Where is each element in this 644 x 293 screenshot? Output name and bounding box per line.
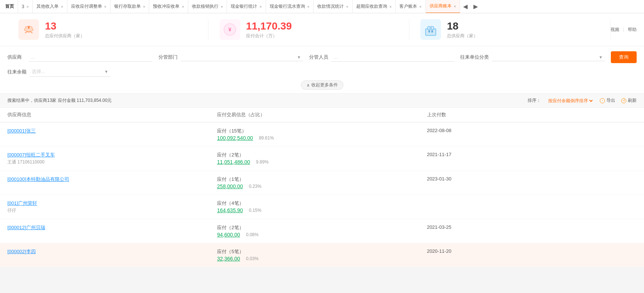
trans-amount-1[interactable]: 100,092,540.00 xyxy=(217,135,253,141)
help-link[interactable]: 帮助 xyxy=(628,27,637,33)
filter-item-person: 分管人员 xyxy=(309,53,454,62)
collapse-bar: ∧ 收起更多条件 xyxy=(7,80,637,90)
supplier-input[interactable] xyxy=(29,53,153,62)
summary-info-total-payable: 11,170.39 应付合计（万） xyxy=(246,20,292,39)
nav-tab-other-income[interactable]: 其他收入单 × xyxy=(33,0,67,13)
nav-tab-supplier-account-label: 供应商账本 xyxy=(430,3,452,9)
video-link[interactable]: 视频 xyxy=(610,27,619,33)
filter-row-2: 往来余额 选择... ▼ xyxy=(7,67,637,77)
supplier-link-6[interactable]: [000002]李四 xyxy=(7,248,217,255)
close-icon[interactable]: × xyxy=(104,4,106,9)
table-row: [000007]恒旺二手叉车 王通 17106110000 应付（2笔） 11,… xyxy=(0,146,644,171)
last-payment-cell-2: 2021-11-17 xyxy=(427,152,567,157)
supplier-link-1[interactable]: [000001]张三 xyxy=(7,128,217,134)
close-icon[interactable]: × xyxy=(346,4,348,9)
dept-dropdown[interactable]: ▼ xyxy=(181,54,304,61)
sort-select[interactable]: 按应付余额倒序排序 xyxy=(547,98,594,104)
summary-card-total-payable: ¥ 11,170.39 应付合计（万） xyxy=(209,19,410,40)
right-actions: 排序： 按应付余额倒序排序 ↑ 导出 ↺ 刷新 xyxy=(528,97,637,104)
trans-label-5: 应付（2笔） xyxy=(217,224,427,231)
nav-arrow-left[interactable]: ◀ xyxy=(460,3,470,10)
summary-info-total-suppliers: 18 总供应商（家） xyxy=(447,20,478,39)
table-row: [000100]本特勤油品有限公司 应付（1笔） 258,000.00 0.23… xyxy=(0,171,644,195)
nav-tab-cash-bank-flow-label: 现金银行流水查询 xyxy=(270,3,305,10)
trans-amount-5[interactable]: 94,600.00 xyxy=(217,232,240,238)
supplier-cell-3: [000100]本特勤油品有限公司 xyxy=(7,176,217,183)
supplier-link-2[interactable]: [000007]恒旺二手叉车 xyxy=(7,152,217,158)
person-label: 分管人员 xyxy=(309,54,328,61)
payable-suppliers-icon: ¥ xyxy=(18,19,39,40)
trans-percent-1: 89.61% xyxy=(259,135,274,141)
last-payment-cell-6: 2020-11-20 xyxy=(427,248,567,254)
close-icon[interactable]: × xyxy=(389,4,392,9)
close-icon[interactable]: × xyxy=(221,4,223,9)
transaction-cell-6: 应付（5笔） 32,366.00 0.03% xyxy=(217,248,427,262)
trans-amount-4[interactable]: 164,635.90 xyxy=(217,207,243,213)
supplier-sub-4: 仔仔 xyxy=(7,207,217,214)
main-table: 供应商信息 应付交易信息（占比） 上次付数 [000001]张三 应付（15笔）… xyxy=(0,108,644,267)
nav-tab-home-label: 首页 xyxy=(5,3,14,10)
category-dropdown[interactable]: ▼ xyxy=(492,54,605,61)
trans-percent-5: 0.08% xyxy=(246,232,259,237)
trans-label-4: 应付（4笔） xyxy=(217,200,427,207)
close-icon[interactable]: × xyxy=(307,4,309,9)
svg-rect-10 xyxy=(431,30,433,32)
nav-tab-ap-adjust[interactable]: 应收应付调整单 × xyxy=(67,0,111,13)
table-body: [000001]张三 应付（15笔） 100,092,540.00 89.61%… xyxy=(0,123,644,267)
trans-amount-2[interactable]: 11,051,486.00 xyxy=(217,159,250,165)
export-button[interactable]: ↑ 导出 xyxy=(600,97,615,104)
nav-tab-3-label: 3 xyxy=(22,4,24,9)
balance-dropdown[interactable]: 选择... ▼ xyxy=(29,67,111,77)
col-header-extra xyxy=(567,111,637,118)
nav-tab-ap-adjust-label: 应收应付调整单 xyxy=(71,3,102,10)
person-input[interactable] xyxy=(331,53,454,62)
nav-tab-home[interactable]: 首页 xyxy=(1,0,18,13)
nav-tab-overdue-query[interactable]: 超期应收款查询 × xyxy=(353,0,396,13)
nav-tab-payment-verify[interactable]: 收款核销执行 × xyxy=(188,0,227,13)
nav-tab-3[interactable]: 3 × xyxy=(18,0,33,13)
last-payment-date-2: 2021-11-17 xyxy=(427,152,452,157)
nav-tab-cash-bank-flow[interactable]: 现金银行流水查询 × xyxy=(266,0,314,13)
col-header-last-payment: 上次付数 xyxy=(427,111,567,118)
supplier-cell-1: [000001]张三 xyxy=(7,128,217,134)
transaction-cell-1: 应付（15笔） 100,092,540.00 89.61% xyxy=(217,128,427,141)
result-bar: 搜索结果中，供应商13家 应付金额 111,703,854.00元 排序： 按应… xyxy=(0,94,644,108)
table-row: [001]广州荣轩 仔仔 应付（4笔） 164,635.90 0.15% xyxy=(0,195,644,219)
nav-arrow-right[interactable]: ▶ xyxy=(470,3,481,10)
last-payment-date-5: 2021-03-25 xyxy=(427,224,452,230)
trans-row-5: 94,600.00 0.08% xyxy=(217,232,427,238)
close-icon[interactable]: × xyxy=(454,4,456,8)
nav-tab-collection-stat[interactable]: 收款情况统计 × xyxy=(314,0,352,13)
nav-tab-customer-account[interactable]: 客户账本 × xyxy=(396,0,426,13)
trans-amount-6[interactable]: 32,366.00 xyxy=(217,256,240,262)
total-suppliers-label: 总供应商（家） xyxy=(447,33,478,39)
top-right-links: 视频 | 帮助 xyxy=(610,27,637,33)
close-icon[interactable]: × xyxy=(61,4,63,9)
nav-tab-bank-deposit[interactable]: 银行存取款单 × xyxy=(111,0,149,13)
collapse-btn-label: 收起更多条件 xyxy=(311,82,338,88)
supplier-link-5[interactable]: [000012]广州贝瑞 xyxy=(7,224,217,231)
close-icon[interactable]: × xyxy=(143,4,145,9)
close-icon[interactable]: × xyxy=(27,4,29,9)
table-header: 供应商信息 应付交易信息（占比） 上次付数 xyxy=(0,108,644,123)
close-icon[interactable]: × xyxy=(419,4,421,9)
trans-percent-4: 0.15% xyxy=(249,208,261,213)
nav-tab-supplier-account[interactable]: 供应商账本 × xyxy=(426,0,460,13)
close-icon[interactable]: × xyxy=(182,4,184,9)
table-row: [000002]李四 应付（5笔） 32,366.00 0.03% 2020-1… xyxy=(0,243,644,267)
nav-tab-advance-offset-label: 预收冲应收单 xyxy=(153,3,179,10)
nav-tab-advance-offset[interactable]: 预收冲应收单 × xyxy=(149,0,188,13)
supplier-link-3[interactable]: [000100]本特勤油品有限公司 xyxy=(7,176,217,183)
collapse-button[interactable]: ∧ 收起更多条件 xyxy=(301,80,343,90)
supplier-link-4[interactable]: [001]广州荣轩 xyxy=(7,200,217,207)
svg-rect-11 xyxy=(429,27,432,29)
query-button[interactable]: 查询 xyxy=(611,51,637,63)
refresh-button[interactable]: ↺ 刷新 xyxy=(621,97,637,104)
chevron-up-icon: ∧ xyxy=(307,83,310,88)
close-icon[interactable]: × xyxy=(259,4,262,9)
col-header-supplier: 供应商信息 xyxy=(7,111,217,118)
trans-amount-3[interactable]: 258,000.00 xyxy=(217,183,243,189)
nav-tab-cash-bank-stat[interactable]: 现金银行统计 × xyxy=(227,0,266,13)
export-icon: ↑ xyxy=(600,98,605,103)
filter-row-1: 供应商 分管部门 ▼ 分管人员 往来单位分类 ▼ 查询 xyxy=(7,51,637,63)
